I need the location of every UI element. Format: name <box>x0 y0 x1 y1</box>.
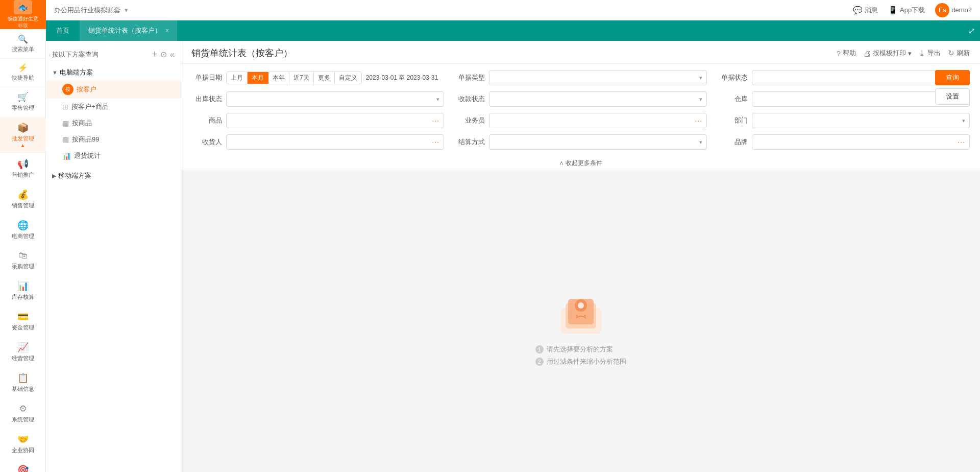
receiver-control[interactable]: ··· <box>226 134 444 150</box>
query-btn[interactable]: 查询 <box>935 70 970 85</box>
sidebar-item-enterprise[interactable]: 🤝 企业协同 <box>0 429 46 459</box>
message-btn[interactable]: 💬 消息 <box>853 6 878 15</box>
date-tab-this-year[interactable]: 本年 <box>268 72 289 84</box>
sidebar-item-inventory[interactable]: 📊 库存核算 <box>0 275 46 306</box>
collapse-label: ∧ 收起更多条件 <box>559 159 602 168</box>
table2-icon: ▦ <box>62 135 69 144</box>
basic-icon: 📋 <box>17 372 29 384</box>
right-panel: 销货单统计表（按客户） ? 帮助 🖨 按模板打印 ▾ ⤓ 导出 <box>181 41 980 472</box>
sidebar-item-operation[interactable]: 📈 经营管理 <box>0 337 46 367</box>
header-dropdown-btn[interactable]: ▾ <box>125 6 128 14</box>
department-control[interactable]: ▾ <box>752 113 970 128</box>
finance-icon: 💳 <box>17 311 29 322</box>
refresh-label: 刷新 <box>957 49 970 58</box>
tab-home[interactable]: 首页 <box>46 20 80 41</box>
sidebar-item-retail[interactable]: 🛒 零售管理 <box>0 86 46 117</box>
sidebar-item-guide[interactable]: 🎯 新手引导 <box>0 459 46 472</box>
export-label: 导出 <box>927 49 941 58</box>
tip-2-label: 用过滤条件来缩小分析范围 <box>547 357 626 366</box>
user-profile[interactable]: Ea demo2 <box>935 3 972 17</box>
template-print-btn[interactable]: 🖨 按模板打印 ▾ <box>863 49 912 58</box>
print-icon: 🖨 <box>863 49 871 58</box>
enterprise-icon: 🤝 <box>17 434 29 445</box>
return-stats-label: 退货统计 <box>74 151 101 160</box>
tab-close-btn[interactable]: × <box>165 27 169 34</box>
header-left: 办公用品行业模拟账套 ▾ <box>54 6 128 15</box>
tree-child-by-customer-goods[interactable]: ⊞ 按客户+商品 <box>46 99 181 115</box>
date-tab-this-month[interactable]: 本月 <box>248 72 268 84</box>
search-menu-btn[interactable]: 🔍 搜索菜单 <box>0 29 46 59</box>
sidebar-item-wholesale[interactable]: 📦 批发管理 ▲ <box>0 117 46 153</box>
panel-collapse-btn[interactable]: « <box>170 50 175 59</box>
bill-type-label: 单据类型 <box>454 73 485 82</box>
tree-child-by-goods99[interactable]: ▦ 按商品99 <box>46 131 181 148</box>
export-btn[interactable]: ⤓ 导出 <box>919 49 941 58</box>
tree-parent-pc[interactable]: ▼ 电脑端方案 <box>46 65 181 80</box>
panel-add-btn[interactable]: + <box>152 49 158 60</box>
tree-child-by-customer[interactable]: 按 按客户 <box>46 80 181 99</box>
sidebar-item-ecommerce[interactable]: 🌐 电商管理 <box>0 215 46 245</box>
settings-btn[interactable]: 设置 <box>935 88 970 105</box>
tab-bar: 首页 销货单统计表（按客户） × ⤢ <box>46 20 980 41</box>
operation-icon: 📈 <box>17 342 29 353</box>
tree-parent-mobile[interactable]: ▶ 移动端方案 <box>46 168 181 183</box>
filter-out-status: 出库状态 ▾ <box>191 91 444 107</box>
date-tab-custom[interactable]: 自定义 <box>335 72 361 84</box>
system-icon: ⚙ <box>19 403 27 414</box>
header-title: 办公用品行业模拟账套 <box>54 6 120 15</box>
export-icon: ⤓ <box>919 49 925 58</box>
goods-label: 商品 <box>191 116 222 125</box>
out-status-control[interactable]: ▾ <box>226 91 444 107</box>
app-download-btn[interactable]: 📱 App下载 <box>888 6 925 15</box>
by-customer-goods-label: 按客户+商品 <box>71 102 109 111</box>
panel-settings-btn[interactable]: ⊙ <box>160 50 167 59</box>
sales-icon: 💰 <box>17 189 29 200</box>
refresh-btn[interactable]: ↻ 刷新 <box>948 49 970 58</box>
header-right: 💬 消息 📱 App下载 Ea demo2 <box>853 3 972 17</box>
collect-status-control[interactable]: ▾ <box>489 91 707 107</box>
date-tab-7days[interactable]: 近7天 <box>289 72 314 84</box>
salesperson-control[interactable]: ··· <box>489 113 707 128</box>
tip-num-1: 1 <box>535 345 544 353</box>
sidebar-item-sales[interactable]: 💰 销售管理 <box>0 184 46 215</box>
filter-goods: 商品 ··· <box>191 113 444 128</box>
help-btn[interactable]: ? 帮助 <box>837 49 856 58</box>
quick-nav-btn[interactable]: ⚡ 快捷导航 <box>0 59 46 86</box>
filter-section: 单据日期 上月 本月 本年 近7天 更多 自定义 2023-03-01 至 20… <box>181 64 980 156</box>
sidebar-item-purchase[interactable]: 🛍 采购管理 <box>0 245 46 275</box>
by-goods99-label: 按商品99 <box>72 135 99 144</box>
bill-status-label: 单据状态 <box>717 73 748 82</box>
sidebar-item-finance[interactable]: 💳 资金管理 <box>0 306 46 337</box>
tree-child-by-goods[interactable]: ▦ 按商品 <box>46 115 181 131</box>
date-row: 上月 本月 本年 近7天 更多 自定义 2023-03-01 至 2023-03… <box>226 72 444 84</box>
date-label: 单据日期 <box>191 73 222 82</box>
tree-child-return-stats[interactable]: 📊 退货统计 <box>46 148 181 164</box>
logo-icon: 🐟 <box>14 0 32 14</box>
tree-arrow-pc: ▼ <box>52 69 58 76</box>
sidebar-item-marketing[interactable]: 📢 营销推广 <box>0 153 46 184</box>
receiver-label: 收货人 <box>191 137 222 147</box>
user-name: demo2 <box>951 6 972 14</box>
help-label: 帮助 <box>843 49 856 58</box>
department-label: 部门 <box>717 116 748 125</box>
settlement-control[interactable]: ▾ <box>489 134 707 150</box>
tab-active[interactable]: 销货单统计表（按客户） × <box>80 20 177 41</box>
sidebar-item-system[interactable]: ⚙ 系统管理 <box>0 398 46 429</box>
left-panel: 按以下方案查询 + ⊙ « ▼ 电脑端方案 按 按客户 ⊞ <box>46 41 181 472</box>
date-tab-last-month[interactable]: 上月 <box>227 72 248 84</box>
brand-dots: ··· <box>958 138 965 146</box>
by-customer-label: 按客户 <box>77 85 96 94</box>
print-dropdown-arrow[interactable]: ▾ <box>908 50 912 57</box>
tab-active-label: 销货单统计表（按客户） <box>88 26 161 35</box>
avatar-text: Ea <box>939 7 946 14</box>
brand-control[interactable]: ··· <box>752 134 970 150</box>
chart-icon: 📊 <box>62 152 71 160</box>
collapse-conditions-btn[interactable]: ∧ 收起更多条件 <box>181 156 980 171</box>
tab-maximize-btn[interactable]: ⤢ <box>968 26 975 36</box>
panel-header: 按以下方案查询 + ⊙ « <box>46 46 181 63</box>
goods-control[interactable]: ··· <box>226 113 444 128</box>
bill-type-control[interactable]: ▾ <box>489 70 707 85</box>
filter-date: 单据日期 上月 本月 本年 近7天 更多 自定义 2023-03-01 至 20… <box>191 70 444 85</box>
date-tab-more[interactable]: 更多 <box>314 72 335 84</box>
sidebar-item-basic[interactable]: 📋 基础信息 <box>0 367 46 398</box>
